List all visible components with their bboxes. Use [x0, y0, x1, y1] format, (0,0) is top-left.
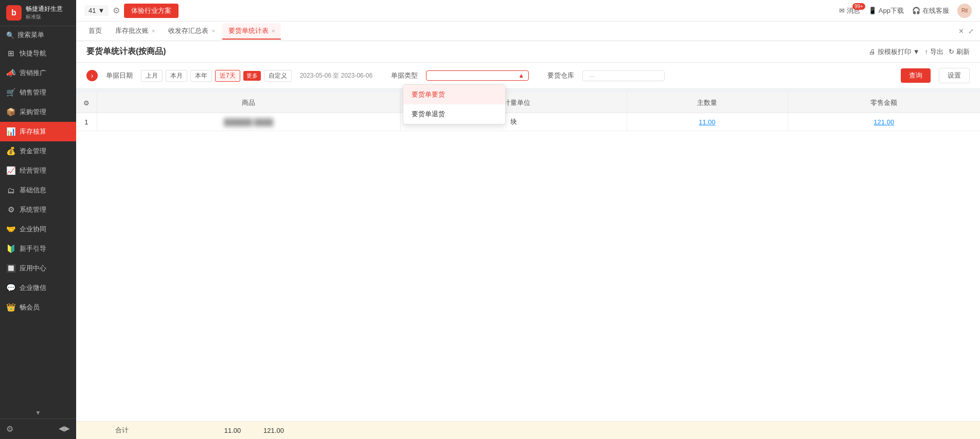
settings-bottom-icon[interactable]: ⚙: [6, 424, 13, 434]
settings-btn[interactable]: 设置: [939, 68, 970, 83]
dropdown-item-return-order[interactable]: 要货单退货: [403, 104, 505, 124]
query-btn[interactable]: 查询: [901, 68, 931, 83]
scroll-down-arrow[interactable]: ▼: [0, 407, 76, 418]
page-content: 要货单统计表(按商品) 🖨 按模板打印 ▼ ↑ 导出 ↻ 刷新: [76, 41, 980, 439]
purchase-icon: 📦: [6, 107, 15, 117]
print-btn[interactable]: 🖨 按模板打印 ▼: [869, 47, 920, 57]
inventory-batch-tab-label: 库存批次账: [115, 26, 149, 35]
td-product: ██████ ████: [97, 113, 400, 131]
gear-settings-icon[interactable]: ⚙: [113, 6, 120, 15]
avatar-text: Rit: [961, 8, 968, 13]
type-filter-input[interactable]: ▲: [426, 70, 529, 81]
date-btn-week[interactable]: 近7天: [215, 70, 240, 82]
date-btn-prev[interactable]: 上月: [141, 70, 163, 82]
sidebar-item-guide[interactable]: 🔰 新手引导: [0, 239, 76, 259]
sidebar-search[interactable]: 🔍 搜索菜单: [0, 26, 76, 44]
date-btn-more[interactable]: 更多: [243, 71, 261, 81]
filter-date-btns: 上月 本月 本年 近7天 更多 自定义: [141, 70, 292, 82]
page-title: 要货单统计表(按商品): [86, 46, 166, 57]
sidebar-item-sales[interactable]: 🛒 销售管理: [0, 83, 76, 102]
message-btn[interactable]: ✉ 消息 99+: [839, 6, 860, 15]
data-table: ⚙ 商品 主计量单位 主数量 零售金额 1 ██████ ████ 块: [76, 93, 980, 131]
message-icon: ✉: [839, 7, 845, 14]
tab-inventory-batch[interactable]: 库存批次账 ×: [109, 23, 161, 40]
sidebar-item-label: 采购管理: [20, 107, 46, 117]
close-all-tabs-icon[interactable]: ✕: [958, 27, 964, 35]
logo-sub: 标准版: [26, 13, 63, 21]
sidebar-item-label: 经营管理: [20, 166, 46, 175]
store-name: 41: [88, 7, 96, 14]
sidebar-bottom: ⚙ ◀▶: [0, 418, 76, 439]
th-settings[interactable]: ⚙: [76, 93, 97, 113]
avatar[interactable]: Rit: [957, 4, 972, 18]
td-quantity[interactable]: 11.00: [627, 113, 788, 131]
print-icon: 🖨: [869, 48, 876, 56]
page-actions: 🖨 按模板打印 ▼ ↑ 导出 ↻ 刷新: [869, 47, 970, 57]
export-label: 导出: [930, 47, 943, 57]
basic-icon: 🗂: [6, 186, 15, 195]
tab-close-receipt-summary[interactable]: ×: [211, 28, 215, 34]
app-icon: 📱: [868, 7, 877, 14]
date-btn-cur[interactable]: 本月: [166, 70, 187, 82]
sidebar-item-inventory[interactable]: 📊 库存核算: [0, 122, 76, 141]
tab-order-stats[interactable]: 要货单统计表 ×: [222, 23, 281, 40]
column-settings-icon[interactable]: ⚙: [83, 99, 90, 107]
warehouse-filter-input[interactable]: ···: [582, 70, 665, 81]
date-btn-year[interactable]: 本年: [190, 70, 212, 82]
sidebar-item-operation[interactable]: 📈 经营管理: [0, 161, 76, 180]
app-download-btn[interactable]: 📱 App下载: [868, 6, 904, 15]
sidebar-item-quick-nav[interactable]: ⊞ 快捷导航: [0, 44, 76, 63]
refresh-icon: ↻: [949, 48, 954, 56]
sidebar-logo: b 畅捷通好生意 标准版: [0, 0, 76, 26]
sidebar-item-basic[interactable]: 🗂 基础信息: [0, 180, 76, 200]
sidebar-item-appstore[interactable]: 🔲 应用中心: [0, 259, 76, 278]
sidebar-item-label: 企业微信: [20, 283, 46, 292]
tab-receipt-summary[interactable]: 收发存汇总表 ×: [162, 23, 221, 40]
sidebar-item-marketing[interactable]: 📣 营销推广: [0, 63, 76, 83]
expand-tabs-icon[interactable]: ⤢: [968, 27, 974, 35]
logo-text: 畅捷通好生意: [26, 5, 63, 13]
tab-close-inventory-batch[interactable]: ×: [152, 28, 155, 34]
date-filter-label: 单据日期: [106, 71, 133, 80]
print-label: 按模板打印: [878, 47, 911, 57]
td-amount[interactable]: 121.00: [788, 113, 980, 131]
type-filter-arrow-icon[interactable]: ▲: [518, 72, 524, 79]
tab-home[interactable]: 首页: [82, 23, 108, 40]
tabbar-right: ✕ ⤢: [958, 27, 974, 35]
sidebar-item-purchase[interactable]: 📦 采购管理: [0, 102, 76, 122]
trial-btn[interactable]: 体验行业方案: [124, 4, 179, 18]
quick-nav-icon: ⊞: [6, 49, 15, 58]
sidebar-item-finance[interactable]: 💰 资金管理: [0, 141, 76, 161]
store-selector[interactable]: 41 ▼: [84, 5, 109, 16]
sidebar-item-label: 库存核算: [20, 127, 46, 136]
tab-close-order-stats[interactable]: ×: [272, 28, 275, 34]
type-filter-label: 单据类型: [391, 71, 418, 80]
sidebar-item-member[interactable]: 👑 畅会员: [0, 298, 76, 317]
dropdown-item-purchase-order[interactable]: 要货单要货: [403, 85, 505, 104]
filter-expand-btn[interactable]: ›: [86, 70, 98, 81]
store-chevron-icon: ▼: [98, 7, 104, 14]
sidebar-item-system[interactable]: ⚙ 系统管理: [0, 200, 76, 220]
refresh-btn[interactable]: ↻ 刷新: [949, 47, 970, 57]
collapse-icon[interactable]: ◀▶: [59, 424, 70, 434]
sidebar-item-label: 系统管理: [20, 205, 46, 214]
marketing-icon: 📣: [6, 68, 15, 78]
table-row: 1 ██████ ████ 块 11.00 121.00: [76, 113, 980, 131]
sidebar-item-label: 企业协同: [20, 225, 46, 234]
date-btn-custom[interactable]: 自定义: [264, 70, 292, 82]
sidebar-item-label: 应用中心: [20, 264, 46, 273]
message-badge: 99+: [852, 3, 865, 10]
export-btn[interactable]: ↑ 导出: [925, 47, 944, 57]
service-btn[interactable]: 🎧 在线客服: [912, 6, 949, 15]
logo-icon: b: [6, 5, 22, 21]
warehouse-filter-label: 要货仓库: [547, 71, 574, 80]
home-tab-label: 首页: [88, 26, 102, 35]
sidebar-item-enterprise[interactable]: 🤝 企业协同: [0, 220, 76, 239]
sidebar-item-wechat[interactable]: 💬 企业微信: [0, 278, 76, 298]
warehouse-more-icon[interactable]: ···: [589, 72, 595, 80]
footer-total-label: 合计: [109, 426, 212, 435]
sidebar-item-label: 畅会员: [20, 303, 40, 312]
sidebar-item-label: 新手引导: [20, 244, 46, 253]
operation-icon: 📈: [6, 166, 15, 175]
topbar-right: ✉ 消息 99+ 📱 App下载 🎧 在线客服 Rit: [839, 4, 972, 18]
